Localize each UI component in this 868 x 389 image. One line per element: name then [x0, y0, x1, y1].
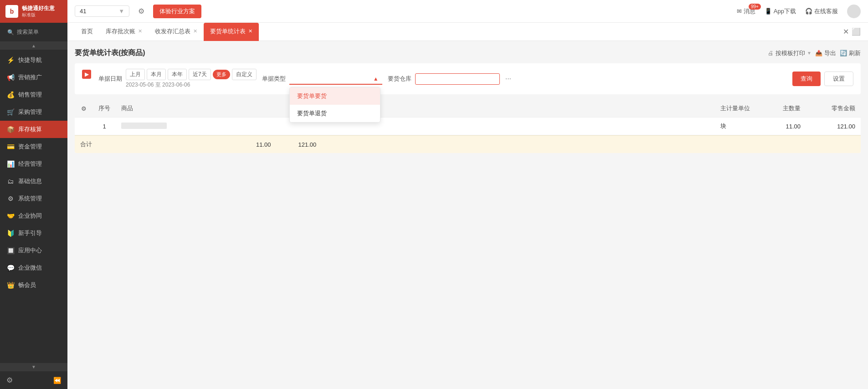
- sidebar-item-label: 营销推广: [18, 73, 42, 82]
- sidebar-item-shortcut[interactable]: ⚡ 快捷导航: [0, 51, 67, 69]
- weixin-icon: 💬: [6, 264, 15, 271]
- doc-type-dropdown: 要货单要货 要货单退货: [289, 87, 380, 123]
- store-selector-value: 41: [80, 8, 86, 15]
- sidebar-search-button[interactable]: 🔍 搜索菜单: [5, 26, 63, 38]
- dropdown-item-order-goods[interactable]: 要货单要货: [290, 87, 380, 105]
- sidebar-item-guide[interactable]: 🔰 新手引导: [0, 225, 67, 242]
- refresh-label: 刷新: [849, 49, 861, 57]
- footer-amount: 121.00: [298, 141, 317, 148]
- search-icon: 🔍: [7, 29, 14, 36]
- settings-button[interactable]: 设置: [824, 72, 853, 86]
- tab-home[interactable]: 首页: [75, 23, 99, 41]
- sidebar-item-purchase[interactable]: 🛒 采购管理: [0, 103, 67, 121]
- footer-label: 合计: [80, 140, 92, 148]
- warehouse-filter-group: 要货仓库 ···: [388, 73, 511, 85]
- dropdown-item-return-goods[interactable]: 要货单退货: [290, 105, 380, 122]
- sidebar-settings-icon[interactable]: ⚙: [6, 376, 13, 384]
- doc-type-input[interactable]: [289, 73, 382, 85]
- table-row: 1 块 11.00 121.00: [75, 118, 861, 135]
- support-button[interactable]: 🎧 在线客服: [805, 7, 838, 15]
- date-filter-label: 单据日期: [98, 75, 122, 83]
- tab-close-all-icon[interactable]: ✕: [843, 27, 849, 36]
- sidebar-item-label: 新手引导: [18, 229, 42, 237]
- sidebar-item-appstore[interactable]: 🔲 应用中心: [0, 242, 67, 259]
- col-header-settings[interactable]: ⚙: [75, 100, 93, 118]
- sidebar-item-finance[interactable]: 💳 资金管理: [0, 138, 67, 155]
- app-name: 畅捷通好生意 标准版: [22, 5, 55, 18]
- sidebar-item-vip[interactable]: 👑 畅会员: [0, 276, 67, 294]
- row-product-cell: [116, 118, 715, 135]
- operations-icon: 📊: [6, 160, 15, 168]
- app-download-button[interactable]: 📱 App下载: [765, 7, 796, 15]
- messages-button[interactable]: ✉ 消息 99+: [737, 7, 755, 15]
- sidebar-item-label: 系统管理: [18, 194, 42, 203]
- page-title-bar: 要货单统计表(按商品) 🖨 按模板打印 ▼ 📤 导出 🔄 刷新: [75, 48, 861, 58]
- sidebar-search-label: 搜索菜单: [17, 28, 39, 36]
- filter-panel: ▶ 单据日期 上月 本月 本年 近7天 更多 自定义: [75, 63, 861, 94]
- date-more-btn[interactable]: 更多: [213, 70, 230, 79]
- col-header-unit: 主计量单位: [715, 100, 760, 118]
- tab-close-icon[interactable]: ✕: [248, 29, 252, 34]
- refresh-button[interactable]: 🔄 刷新: [840, 49, 861, 57]
- sidebar-item-operations[interactable]: 📊 经营管理: [0, 155, 67, 173]
- expand-icon: ▶: [85, 71, 89, 77]
- sidebar-item-marketing[interactable]: 📢 营销推广: [0, 69, 67, 86]
- query-button[interactable]: 查询: [792, 72, 821, 86]
- tab-inventory-batch[interactable]: 库存批次账 ✕: [99, 23, 149, 41]
- sidebar-item-basic[interactable]: 🗂 基础信息: [0, 173, 67, 190]
- page-title: 要货单统计表(按商品): [75, 48, 145, 58]
- date-7days-btn[interactable]: 近7天: [189, 69, 211, 80]
- tab-summary[interactable]: 收发存汇总表 ✕: [149, 23, 204, 41]
- sidebar-item-label: 应用中心: [18, 246, 42, 255]
- row-seq-cell: 1: [93, 118, 116, 135]
- export-button[interactable]: 📤 导出: [815, 49, 836, 57]
- date-custom-btn[interactable]: 自定义: [232, 69, 257, 80]
- col-header-product: 商品: [116, 100, 715, 118]
- col-header-seq: 序号: [93, 100, 116, 118]
- warehouse-input[interactable]: [415, 73, 500, 85]
- table-header-row: ⚙ 序号 商品 主计量单位 主数量: [75, 100, 861, 118]
- promo-button[interactable]: 体验行业方案: [153, 5, 201, 18]
- date-this-year-btn[interactable]: 本年: [168, 69, 187, 80]
- sidebar-item-inventory[interactable]: 📦 库存核算: [0, 121, 67, 138]
- col-header-amount: 零售金额: [806, 100, 861, 118]
- sidebar-scroll-down[interactable]: ▼: [0, 363, 67, 371]
- sidebar-item-label: 资金管理: [18, 143, 42, 151]
- tab-close-icon[interactable]: ✕: [193, 29, 197, 34]
- support-label: 在线客服: [814, 7, 838, 15]
- tab-maximize-icon[interactable]: ⬜: [852, 27, 861, 36]
- filter-expand-button[interactable]: ▶: [82, 70, 91, 79]
- download-icon: 📱: [765, 8, 772, 15]
- date-this-month-btn[interactable]: 本月: [147, 69, 166, 80]
- sidebar-header: b 畅捷通好生意 标准版: [0, 0, 67, 23]
- chevron-down-icon: ▼: [118, 8, 124, 15]
- data-table: ⚙ 序号 商品 主计量单位 主数量: [75, 100, 861, 135]
- sidebar-footer: ⚙ ⏪: [0, 371, 67, 389]
- sidebar-item-enterprise[interactable]: 🤝 企业协同: [0, 207, 67, 225]
- sidebar-item-sales[interactable]: 💰 销售管理: [0, 86, 67, 103]
- filter-actions: 查询 设置: [792, 72, 853, 86]
- finance-icon: 💳: [6, 143, 15, 150]
- export-label: 导出: [824, 49, 836, 57]
- messages-badge: 99+: [749, 4, 761, 10]
- warehouse-more-icon[interactable]: ···: [505, 75, 511, 83]
- print-button[interactable]: 🖨 按模板打印 ▼: [768, 49, 812, 57]
- sidebar-item-weixin[interactable]: 💬 企业微信: [0, 259, 67, 276]
- date-last-month-btn[interactable]: 上月: [126, 69, 145, 80]
- sidebar-scroll-up[interactable]: ▲: [0, 42, 67, 50]
- topbar: 41 ▼ ⚙ 体验行业方案 ✉ 消息 99+ 📱 App下载 🎧 在线客服: [67, 0, 868, 23]
- row-unit-cell: 块: [715, 118, 760, 135]
- tab-close-icon[interactable]: ✕: [138, 29, 142, 34]
- store-selector[interactable]: 41 ▼: [75, 5, 129, 17]
- col-header-qty: 主数量: [760, 100, 806, 118]
- support-icon: 🎧: [805, 8, 812, 15]
- tab-order-summary[interactable]: 要货单统计表 ✕: [204, 23, 259, 41]
- topbar-right: ✉ 消息 99+ 📱 App下载 🎧 在线客服: [737, 5, 861, 18]
- sidebar-collapse-icon[interactable]: ⏪: [53, 377, 61, 384]
- doc-type-select-wrapper: ▲: [289, 73, 382, 85]
- system-icon: ⚙: [6, 195, 15, 202]
- user-avatar[interactable]: [847, 5, 861, 18]
- topbar-settings-button[interactable]: ⚙: [135, 5, 148, 18]
- sidebar-item-system[interactable]: ⚙ 系统管理: [0, 190, 67, 207]
- page-content: 要货单统计表(按商品) 🖨 按模板打印 ▼ 📤 导出 🔄 刷新: [67, 41, 868, 389]
